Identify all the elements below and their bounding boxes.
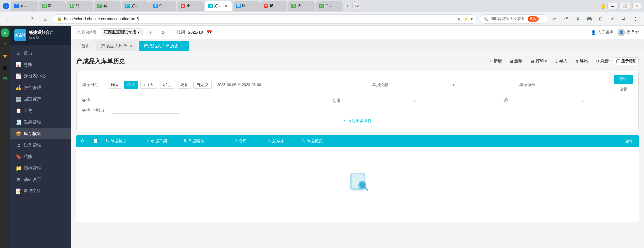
search-bar[interactable]: 🔍 360智能抠图免费用 热搜 [480,14,547,24]
close-button[interactable]: ✕ [632,3,641,9]
doc-type-selector[interactable]: ▾ [398,82,458,88]
sidebar-item-archive[interactable]: 📁 归档管理 [10,162,71,174]
calendar-icon[interactable]: 📅 [207,30,212,35]
custom-button[interactable]: 自定义 [193,81,212,89]
tab-close-icon[interactable]: ✕ [129,44,132,48]
new-tab-button[interactable]: + [343,2,352,10]
window-controls[interactable]: ◎ [3,3,9,9]
sidebar-item-fixed-asset[interactable]: 🏢 固定资产 [10,93,71,105]
icon-sidebar-home[interactable]: ⌂ [1,40,9,49]
doc-no-input[interactable] [545,82,606,88]
sidebar-item-fund-mgmt[interactable]: 💰 资金管理 [10,82,71,93]
refresh-button[interactable]: ↻ [28,14,38,24]
th-doc-type[interactable]: ⇅ 单据类型 [102,138,143,144]
browser-tab-active[interactable]: 好 好... ✕ [205,1,232,11]
more-icon[interactable]: ⋮ [630,14,640,24]
account-settings-button[interactable]: ⚙ [158,28,168,37]
icon-sidebar-mail[interactable]: ✉ [1,74,9,83]
browser-tab[interactable]: C 企... [177,1,204,11]
sidebar-item-base-settings[interactable]: ⚙ 基础设置 [10,174,71,185]
grid-icon[interactable]: ⊞ [458,17,461,21]
scissors-icon[interactable]: ✂ [550,14,559,24]
warehouse-input[interactable] [358,97,413,104]
back-button[interactable]: ← [4,14,14,24]
1month-button[interactable]: 近1月 [159,81,175,89]
export-button[interactable]: ⇪ 导出 [573,57,591,65]
customer-service-button[interactable]: 👤 人工咨询 [591,29,614,35]
browser-tab[interactable]: 腾 腾... [233,1,260,11]
theme-icon[interactable]: ☀ [607,14,617,24]
sidebar-item-new-voucher[interactable]: 📝 新增凭证 [10,185,71,197]
restore-icon[interactable]: 🔔 [600,3,605,9]
tab-inventory-doc[interactable]: 产成品入库单 ✕ [96,41,137,51]
game-icon[interactable]: 🎮 [585,14,594,24]
th-warehouse[interactable]: ⇅ 仓库 [231,138,264,144]
maximize-button[interactable]: ⬜ [619,3,630,9]
delete-button[interactable]: ⊡ 删除 [507,57,525,65]
th-doc-no[interactable]: ⇅ 单据编号 [180,138,231,144]
user-profile-button[interactable]: 👤 徐泽华 [618,29,639,36]
th-doc-status[interactable]: ⇅ 单据状态 [298,138,332,144]
tab-close-icon[interactable]: ✕ [181,44,184,48]
browser-tab[interactable]: 易 易... [66,1,93,11]
browser-tab[interactable]: 易 易... [94,1,121,11]
product-input[interactable] [526,97,581,104]
sidebar-item-home[interactable]: ⌂ 首页 [10,47,71,59]
remark-input[interactable] [108,97,175,104]
home-button[interactable]: ⌂ [41,14,50,24]
today-button[interactable]: 今天 [124,81,138,89]
sidebar-item-cloud-report[interactable]: 📈 云报表中心 [10,70,71,82]
detail-remark-input[interactable] [112,107,180,114]
select-all-checkbox[interactable] [93,139,98,143]
tab-close-icon[interactable]: ✕ [224,4,229,8]
yesterday-button[interactable]: 昨天 [108,81,122,89]
print-button[interactable]: 🖨 打印 ▾ [528,57,549,65]
7days-button[interactable]: 近7天 [140,81,157,89]
address-bar[interactable]: 🔒 https://cloud.chanjet.com/accounting/u… [53,14,477,24]
sidebar-item-inventory[interactable]: 📦 库存核算 [10,128,71,139]
bolt-icon[interactable]: ⚡ [463,17,469,21]
warehouse-more-icon[interactable]: ··· [413,98,416,103]
yuan-icon[interactable]: ¥ [573,14,582,24]
product-more-icon[interactable]: ··· [581,98,585,103]
translate-icon[interactable]: 译 [562,14,571,24]
sidebar-item-invoice[interactable]: 🧾 发票管理 [10,116,71,128]
more-button[interactable]: 更多 [177,81,191,89]
tab-home[interactable]: 首页 [76,41,95,51]
doc-type-dropdown-icon[interactable]: ▾ [452,82,455,87]
setting-button[interactable]: 设置 [614,85,633,94]
tab-count-button[interactable]: 12 [352,3,361,9]
minimize-button[interactable]: — [607,3,617,9]
tab-inventory-history[interactable]: 产成品入库单历史 ✕ [139,41,189,51]
doc-type-input[interactable] [398,82,452,88]
browser-tab[interactable]: S 目... [316,1,343,11]
display-detail-button[interactable]: 显示明细 [614,57,639,65]
browser-tab[interactable]: 在 在... [11,1,38,11]
icon-sidebar-logo[interactable]: ● [1,28,9,37]
chevron-down-icon[interactable]: ▾ [471,17,473,21]
refresh-button[interactable]: ↺ 刷新 [593,57,611,65]
sidebar-item-tax[interactable]: 🗂 税务管理 [10,139,71,151]
company-selector[interactable]: 江西服宝测试专用 ▾ [101,28,143,36]
browser-tab[interactable]: M 畅... [260,1,287,11]
import-button[interactable]: ⇩ 导入 [552,57,570,65]
collapse-filter-button[interactable]: ∧ 收起更多条件 [82,115,633,127]
warehouse-selector[interactable]: ··· [358,97,416,104]
product-selector[interactable]: ··· [526,97,587,104]
icon-sidebar-star[interactable]: ★ [1,51,9,60]
grid-view-icon[interactable]: ⊞ [596,14,605,24]
browser-tab[interactable]: 各 各... [288,1,315,11]
add-account-button[interactable]: + [146,28,154,37]
browser-tab[interactable]: 个 个... [149,1,176,11]
add-button[interactable]: ＋ 新增 [486,57,504,65]
th-doc-date[interactable]: ⇅ 单据日期 [143,138,180,144]
icon-sidebar-chart[interactable]: ▦ [1,63,9,72]
sidebar-item-payroll[interactable]: 📋 工资 [10,105,71,116]
th-total-cost[interactable]: ⇅ 总成本 [264,138,298,144]
browser-tab[interactable]: 新 新... [39,1,66,11]
sidebar-item-general-ledger[interactable]: 📊 总账 [10,59,71,70]
browser-tab[interactable]: 好 好... [122,1,149,11]
search-button[interactable]: 查询 [614,75,633,84]
table-settings-button[interactable]: ⚙ [76,139,89,143]
table-select-all[interactable] [89,139,102,143]
